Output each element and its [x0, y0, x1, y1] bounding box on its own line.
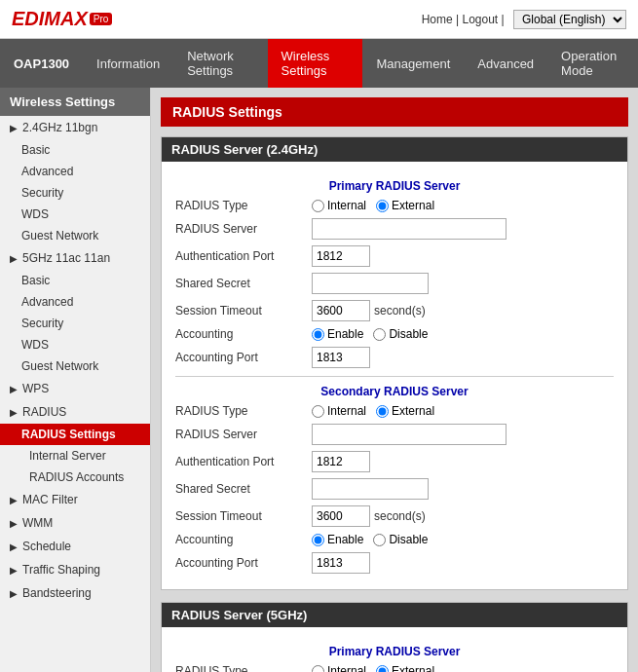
radius-type-external-radio-p24[interactable]	[376, 200, 389, 212]
home-link[interactable]: Home	[422, 13, 453, 26]
sidebar-group-radius[interactable]: ▶ RADIUS	[0, 400, 150, 424]
main-layout: Wireless Settings ▶ 2.4GHz 11bgn Basic A…	[0, 88, 638, 672]
sidebar-item-radius-accounts[interactable]: RADIUS Accounts	[0, 467, 150, 488]
shared-secret-input-p24[interactable]	[312, 273, 429, 294]
accounting-port-input-s24[interactable]	[312, 552, 370, 574]
accounting-enable-label-s24[interactable]: Enable	[312, 533, 363, 546]
accounting-port-input-p24[interactable]	[312, 347, 370, 368]
nav-item-information[interactable]: Information	[83, 47, 173, 81]
sidebar-item-internal-server[interactable]: Internal Server	[0, 445, 150, 467]
secondary-24ghz-radius-type-row: RADIUS Type Internal External	[175, 404, 614, 418]
logo-pro-badge: Pro	[90, 13, 113, 25]
logout-link[interactable]: Logout	[463, 13, 499, 26]
accounting-disable-radio-p24[interactable]	[373, 328, 386, 341]
accounting-enable-text-p24: Enable	[327, 327, 363, 341]
language-select[interactable]: Global (English)	[513, 10, 626, 29]
nav-item-advanced[interactable]: Advanced	[464, 47, 547, 81]
primary-24ghz-session-timeout-row: Session Timeout second(s)	[175, 300, 614, 321]
logo-edimax-text: EDIMAX	[12, 8, 88, 30]
sidebar-group-mac-filter-label: MAC Filter	[22, 493, 78, 506]
nav-item-operation-mode[interactable]: Operation Mode	[547, 39, 638, 88]
accounting-disable-label-s24[interactable]: Disable	[373, 533, 428, 546]
primary-24ghz-auth-port-row: Authentication Port	[175, 245, 614, 267]
nav-item-management[interactable]: Management	[362, 47, 464, 81]
secondary-24ghz-session-timeout-row: Session Timeout second(s)	[175, 505, 614, 527]
radius-type-label-p24: RADIUS Type	[175, 199, 312, 212]
sidebar-item-24ghz-security[interactable]: Security	[0, 182, 150, 204]
radius-type-external-label-p5[interactable]: External	[376, 664, 434, 672]
radius-type-internal-text-p5: Internal	[327, 664, 366, 672]
sidebar-item-5ghz-wds[interactable]: WDS	[0, 334, 150, 355]
radius-server-input-p24[interactable]	[312, 218, 507, 240]
radius-type-control-p24: Internal External	[312, 199, 614, 212]
accounting-disable-label-p24[interactable]: Disable	[373, 327, 428, 341]
session-timeout-input-s24[interactable]	[312, 505, 370, 527]
auth-port-input-s24[interactable]	[312, 451, 370, 472]
sidebar-item-24ghz-basic[interactable]: Basic	[0, 139, 150, 161]
sidebar-item-24ghz-advanced[interactable]: Advanced	[0, 161, 150, 182]
sidebar-item-24ghz-guest-network[interactable]: Guest Network	[0, 225, 150, 246]
sidebar-item-5ghz-security[interactable]: Security	[0, 313, 150, 334]
radius-type-internal-label-s24[interactable]: Internal	[312, 404, 366, 418]
sidebar-item-24ghz-wds[interactable]: WDS	[0, 204, 150, 225]
radius-type-external-radio-s24[interactable]	[376, 405, 389, 418]
radius-server-input-s24[interactable]	[312, 424, 507, 445]
accounting-port-control-p24	[312, 347, 614, 368]
sidebar-group-traffic-shaping-label: Traffic Shaping	[22, 563, 100, 577]
sidebar-item-radius-settings[interactable]: RADIUS Settings	[0, 424, 150, 445]
divider-p24-s24	[175, 376, 614, 377]
session-timeout-control-s24: second(s)	[312, 505, 614, 527]
sidebar-group-wps[interactable]: ▶ WPS	[0, 377, 150, 400]
session-timeout-unit-p24: second(s)	[374, 304, 426, 317]
accounting-disable-radio-s24[interactable]	[373, 534, 386, 546]
primary-radius-label-5ghz: Primary RADIUS Server	[175, 645, 614, 658]
accounting-enable-radio-p24[interactable]	[312, 328, 324, 341]
radius-type-internal-radio-s24[interactable]	[312, 405, 324, 418]
accounting-disable-text-p24: Disable	[389, 327, 428, 341]
radius-type-internal-radio-p5[interactable]	[312, 665, 324, 673]
radius-card-5ghz-header: RADIUS Server (5GHz)	[162, 603, 627, 627]
auth-port-input-p24[interactable]	[312, 245, 370, 267]
radius-type-internal-label-p24[interactable]: Internal	[312, 199, 366, 212]
shared-secret-input-s24[interactable]	[312, 478, 429, 500]
secondary-radius-label-24ghz: Secondary RADIUS Server	[175, 385, 614, 398]
radius-type-external-radio-p5[interactable]	[376, 665, 389, 673]
sidebar-group-wps-label: WPS	[22, 382, 49, 395]
radius-type-external-text-p24: External	[392, 199, 434, 212]
auth-port-label-s24: Authentication Port	[175, 455, 312, 468]
radius-card-24ghz-header: RADIUS Server (2.4GHz)	[162, 137, 627, 162]
arrow-icon-bandsteering: ▶	[10, 588, 18, 599]
sidebar-title: Wireless Settings	[0, 88, 150, 116]
sidebar-item-5ghz-basic[interactable]: Basic	[0, 270, 150, 291]
session-timeout-label-s24: Session Timeout	[175, 509, 312, 523]
accounting-enable-radio-s24[interactable]	[312, 534, 324, 546]
secondary-24ghz-server-row: RADIUS Server	[175, 424, 614, 445]
radius-server-control-p24	[312, 218, 614, 240]
sidebar-group-5ghz-label: 5GHz 11ac 11an	[22, 251, 110, 265]
radius-type-external-label-p24[interactable]: External	[376, 199, 434, 212]
radius-type-internal-radio-p24[interactable]	[312, 200, 324, 212]
arrow-icon-radius: ▶	[10, 407, 18, 418]
sidebar-group-5ghz[interactable]: ▶ 5GHz 11ac 11an	[0, 246, 150, 270]
accounting-port-control-s24	[312, 552, 614, 574]
primary-24ghz-shared-secret-row: Shared Secret	[175, 273, 614, 294]
shared-secret-label-p24: Shared Secret	[175, 277, 312, 290]
sidebar-group-schedule[interactable]: ▶ Schedule	[0, 535, 150, 558]
sidebar-group-wmm[interactable]: ▶ WMM	[0, 511, 150, 535]
arrow-icon: ▶	[10, 123, 18, 133]
accounting-enable-label-p24[interactable]: Enable	[312, 327, 363, 341]
sidebar-group-24ghz[interactable]: ▶ 2.4GHz 11bgn	[0, 116, 150, 139]
radius-type-internal-label-p5[interactable]: Internal	[312, 664, 366, 672]
primary-24ghz-accounting-port-row: Accounting Port	[175, 347, 614, 368]
session-timeout-input-p24[interactable]	[312, 300, 370, 321]
nav-item-wireless-settings[interactable]: Wireless Settings	[268, 39, 363, 88]
sidebar-item-5ghz-advanced[interactable]: Advanced	[0, 291, 150, 313]
accounting-port-label-s24: Accounting Port	[175, 556, 312, 570]
nav-item-network-settings[interactable]: Network Settings	[173, 39, 267, 88]
radius-type-external-label-s24[interactable]: External	[376, 404, 434, 418]
page-title: RADIUS Settings	[161, 97, 628, 127]
sidebar-item-5ghz-guest-network[interactable]: Guest Network	[0, 355, 150, 377]
sidebar-group-mac-filter[interactable]: ▶ MAC Filter	[0, 488, 150, 511]
sidebar-group-traffic-shaping[interactable]: ▶ Traffic Shaping	[0, 558, 150, 581]
sidebar-group-bandsteering[interactable]: ▶ Bandsteering	[0, 581, 150, 605]
